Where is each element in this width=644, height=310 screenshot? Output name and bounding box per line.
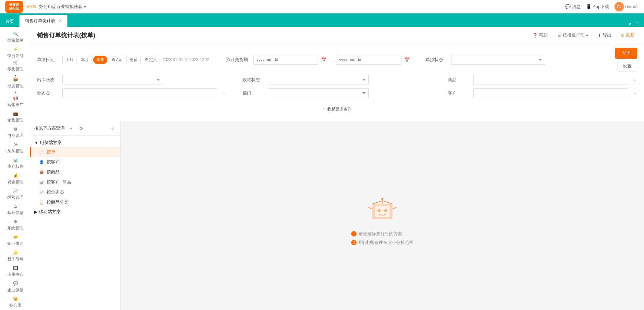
message-btn[interactable]: 💬 消息 <box>565 4 581 10</box>
tree-item-by-salesperson[interactable]: 📈 按业务员 <box>30 187 120 197</box>
sidebar-item-member[interactable]: 👑 畅会员 <box>0 295 30 310</box>
retail-icon: 🛒 <box>13 60 18 65</box>
operations-icon: 📈 <box>13 189 18 193</box>
sidebar-item-retail[interactable]: 🛒 零售管理 ▾ <box>0 60 30 77</box>
empty-svg <box>362 186 402 226</box>
tab-sales-stats[interactable]: 销售订单统计表 ✕ <box>19 15 67 27</box>
step-1-num: 1 <box>351 231 357 237</box>
customer-more-icon[interactable]: ··· <box>631 91 637 96</box>
settings-scheme-btn[interactable]: ⚙ <box>77 124 85 132</box>
tree-mobile-arrow-icon: ▶ <box>34 209 38 214</box>
sidebar-item-inventory[interactable]: 📊 库存核算 <box>0 156 30 171</box>
sidebar-item-ecommerce[interactable]: 🖥 电商管理 <box>0 125 30 140</box>
date-btn-7days[interactable]: 近7天 <box>109 56 125 64</box>
sidebar-ecommerce-label: 电商管理 <box>7 133 23 139</box>
help-icon: ❓ <box>532 33 538 38</box>
collapse-panel-btn[interactable]: « <box>109 124 116 132</box>
goods-input[interactable] <box>473 75 628 85</box>
window-maximize-icon[interactable]: ⛶ <box>634 22 639 27</box>
tree-group-mobile: ▶ 移动端方案 <box>30 207 120 216</box>
tree-group-mobile-label[interactable]: ▶ 移动端方案 <box>30 207 120 216</box>
sidebar-item-finance[interactable]: 💰 资金管理 <box>0 171 30 187</box>
collapse-left-icon: « <box>111 126 114 131</box>
tab-close-icon[interactable]: ✕ <box>59 18 62 23</box>
by-customer-icon: 👤 <box>39 160 45 164</box>
sidebar-item-marketing[interactable]: 📢 营销推广 <box>0 94 30 109</box>
empty-step-2: 2 用[过滤]条件来缩小分析范围 <box>351 240 413 246</box>
sidebar-item-shortcut[interactable]: ⚡ 快捷导航 <box>0 45 30 60</box>
salesperson-input[interactable] <box>62 88 217 98</box>
tree-item-by-goods[interactable]: 📦 按商品 <box>30 167 120 177</box>
expected-date-to[interactable] <box>336 55 401 65</box>
app-download-btn[interactable]: 📱 App下载 <box>586 4 609 10</box>
tree-item-by-customer[interactable]: 👤 按客户 <box>30 157 120 167</box>
sidebar-item-wholesale[interactable]: 📦 批发管理 ▴ <box>0 77 30 94</box>
date-btn-custom[interactable]: 自定义 <box>142 56 160 64</box>
user-name: demo2 <box>625 4 639 9</box>
goods-field: ··· <box>473 75 637 85</box>
print-btn[interactable]: 🖨 按模板打印 ▾ <box>554 31 591 40</box>
calendar-to-icon[interactable]: 📅 <box>404 57 410 62</box>
add-scheme-btn[interactable]: + <box>67 124 75 132</box>
sidebar-item-purchase[interactable]: 🛍 采购管理 <box>0 140 30 156</box>
sidebar-item-system[interactable]: ⚙ 系统管理 <box>0 217 30 233</box>
tree-item-by-salesperson-label: 按业务员 <box>47 189 64 195</box>
tree-item-by-goods-category-label: 按商品分类 <box>47 199 68 205</box>
sidebar-item-guide[interactable]: 🌟 新手引导 <box>0 248 30 264</box>
department-select[interactable] <box>268 88 369 98</box>
svg-point-2 <box>377 209 381 212</box>
sidebar-item-appcenter[interactable]: 🔲 应用中心 <box>0 264 30 279</box>
sidebar-item-operations[interactable]: 📈 经营管理 <box>0 187 30 202</box>
expected-date-from[interactable] <box>253 55 318 65</box>
app-selector[interactable]: 办公用品行业模拟账套 ▾ <box>39 4 86 10</box>
date-btn-this-year[interactable]: 本年 <box>93 56 107 64</box>
logo-text: 畅捷通好生意 <box>9 3 19 11</box>
top-bar-left: 畅捷通好生意 标准版 办公用品行业模拟账套 ▾ <box>5 1 86 13</box>
left-panel-header: 按以下方案查询 + ⚙ « <box>30 121 120 136</box>
collapse-btn[interactable]: ⌃ 收起更多条件 <box>323 104 352 114</box>
calendar-from-icon[interactable]: 📅 <box>321 57 326 62</box>
export-btn[interactable]: ⬇ 导出 <box>595 31 614 40</box>
sidebar-item-enterprise[interactable]: 🤝 企业协同 <box>0 233 30 248</box>
filter-row-2: 出库状态 收款状态 商品 ··· <box>37 75 637 85</box>
delivery-label: 出库状态 <box>37 77 57 83</box>
left-panel: 按以下方案查询 + ⚙ « ▼ 电脑端方案 <box>30 121 121 310</box>
sidebar-wholesale-label: 批发管理 <box>7 83 23 89</box>
sidebar-item-wechat[interactable]: 💬 企业微信 <box>0 279 30 295</box>
date-btn-last-month[interactable]: 上月 <box>62 56 76 64</box>
sidebar-item-search[interactable]: 🔍 搜索菜单 <box>0 30 30 45</box>
salesperson-more-icon[interactable]: ··· <box>220 91 226 96</box>
receipt-select[interactable] <box>268 75 369 85</box>
goods-more-icon[interactable]: ··· <box>631 78 637 83</box>
query-button[interactable]: 查询 <box>615 48 637 59</box>
print-chevron-icon: ▾ <box>586 33 588 38</box>
sidebar-appcenter-label: 应用中心 <box>7 272 23 277</box>
date-btn-more[interactable]: 更多 <box>126 56 141 64</box>
empty-steps: 1 请先选择要分析的方案 2 用[过滤]条件来缩小分析范围 <box>351 231 413 246</box>
finance-icon: 💰 <box>13 173 18 178</box>
sidebar-item-sales[interactable]: 💼 销售管理 <box>0 109 30 125</box>
settings-button[interactable]: 设置 <box>617 61 637 71</box>
tab-home[interactable]: 首页 <box>0 16 19 27</box>
empty-illustration <box>362 186 402 227</box>
tree-item-by-order[interactable]: ⊙ 按单 <box>30 147 120 157</box>
tree-group-pc-label[interactable]: ▼ 电脑端方案 <box>30 138 120 147</box>
user-menu[interactable]: Ea demo2 <box>614 2 639 11</box>
delivery-select[interactable] <box>62 75 163 85</box>
refresh-btn[interactable]: ↻ 刷新 <box>618 31 637 40</box>
tree-item-by-goods-category[interactable]: 📋 按商品分类 <box>30 197 120 207</box>
filter-row-3: 业务员 ··· 部门 客户 ··· <box>37 88 637 98</box>
receipt-label: 收款状态 <box>243 77 263 83</box>
refresh-label: 刷新 <box>626 32 635 38</box>
sidebar-search-label: 搜索菜单 <box>7 38 23 43</box>
export-label: 导出 <box>603 32 611 38</box>
customer-input[interactable] <box>473 88 628 98</box>
sidebar-item-basic[interactable]: 🗂 基础信息 <box>0 202 30 217</box>
system-icon: ⚙ <box>14 219 17 224</box>
date-btn-this-month[interactable]: 本月 <box>78 56 92 64</box>
order-status-select[interactable] <box>451 55 545 65</box>
by-salesperson-icon: 📈 <box>39 190 45 195</box>
tree-item-by-customer-goods[interactable]: 📊 按客户+商品 <box>30 177 120 187</box>
window-close-icon[interactable]: ✕ <box>628 22 632 27</box>
help-btn[interactable]: ❓ 帮助 <box>530 31 550 40</box>
